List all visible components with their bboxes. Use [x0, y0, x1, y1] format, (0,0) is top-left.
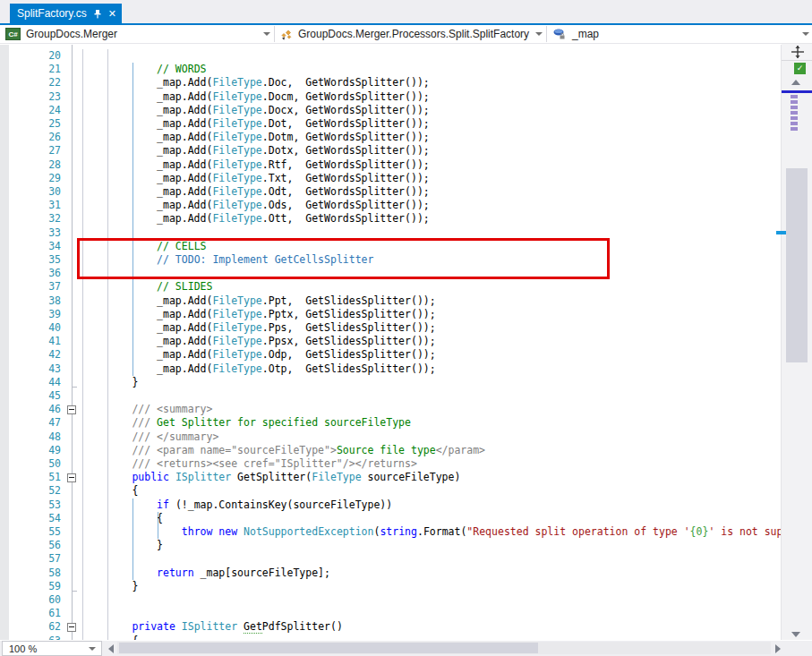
- code-line[interactable]: 23 _map.Add(FileType.Docm, GetWordsSplit…: [0, 90, 781, 104]
- code-line[interactable]: 47 /// Get Splitter for specified source…: [0, 416, 781, 430]
- tab-splitfactory[interactable]: SplitFactory.cs ✕: [10, 4, 122, 23]
- type-dropdown[interactable]: GroupDocs.Merger.Processors.Split.SplitF…: [275, 25, 551, 43]
- code-text[interactable]: _map.Add(FileType.Pptx, GetSlidesSplitte…: [82, 308, 436, 321]
- code-text[interactable]: }: [82, 539, 163, 552]
- code-line[interactable]: 57: [0, 552, 781, 566]
- code-text[interactable]: // WORDS: [82, 63, 206, 76]
- chevron-down-icon[interactable]: [263, 32, 270, 36]
- pin-icon[interactable]: [93, 9, 102, 19]
- close-icon[interactable]: ✕: [108, 9, 116, 19]
- code-line[interactable]: 25 _map.Add(FileType.Dot, GetWordsSplitt…: [0, 117, 781, 131]
- code-text[interactable]: _map.Add(FileType.Dot, GetWordsSplitter(…: [82, 117, 430, 131]
- code-text[interactable]: _map.Add(FileType.Odt, GetWordsSplitter(…: [82, 185, 430, 199]
- code-line[interactable]: 26 _map.Add(FileType.Dotm, GetWordsSplit…: [0, 131, 781, 144]
- code-text[interactable]: {: [82, 512, 163, 525]
- code-text[interactable]: }: [82, 580, 138, 593]
- code-text[interactable]: _map.Add(FileType.Txt, GetWordsSplitter(…: [82, 172, 430, 185]
- code-line[interactable]: 62 private ISplitter GetPdfSplitter(): [0, 620, 781, 634]
- code-text[interactable]: _map.Add(FileType.Pps, GetSlidesSplitter…: [82, 321, 436, 335]
- code-text[interactable]: _map.Add(FileType.Dotx, GetWordsSplitter…: [82, 144, 430, 158]
- chevron-down-icon[interactable]: [535, 32, 543, 36]
- code-text[interactable]: }: [82, 376, 138, 389]
- code-text[interactable]: _map.Add(FileType.Odp, GetSlidesSplitter…: [82, 348, 436, 362]
- split-editor-handle[interactable]: [782, 44, 812, 61]
- code-line[interactable]: 54 {: [0, 512, 781, 525]
- project-dropdown[interactable]: C# GroupDocs.Merger: [0, 25, 279, 43]
- code-text[interactable]: _map.Add(FileType.Dotm, GetWordsSplitter…: [82, 131, 430, 144]
- code-line[interactable]: 22 _map.Add(FileType.Doc, GetWordsSplitt…: [0, 76, 781, 89]
- code-line[interactable]: 31 _map.Add(FileType.Ods, GetWordsSplitt…: [0, 199, 781, 212]
- horizontal-scrollbar-thumb[interactable]: [119, 643, 538, 653]
- code-health-indicator-icon[interactable]: ✓: [794, 63, 806, 74]
- code-line[interactable]: 50 /// <returns><see cref="ISplitter"/><…: [0, 457, 781, 471]
- code-line[interactable]: 59 }: [0, 580, 781, 593]
- code-line[interactable]: 63 {: [0, 635, 781, 640]
- code-line[interactable]: 27 _map.Add(FileType.Dotx, GetWordsSplit…: [0, 144, 781, 158]
- code-text[interactable]: public ISplitter GetSplitter(FileType so…: [82, 471, 460, 484]
- code-line[interactable]: 51 public ISplitter GetSplitter(FileType…: [0, 471, 781, 484]
- code-text[interactable]: private ISplitter GetPdfSplitter(): [82, 620, 343, 634]
- code-text[interactable]: _map.Add(FileType.Ppsx, GetSlidesSplitte…: [82, 335, 436, 348]
- code-line[interactable]: 42 _map.Add(FileType.Odp, GetSlidesSplit…: [0, 348, 781, 362]
- code-line[interactable]: 41 _map.Add(FileType.Ppsx, GetSlidesSpli…: [0, 335, 781, 348]
- member-dropdown[interactable]: _map: [547, 25, 812, 43]
- code-line[interactable]: 37 // SLIDES: [0, 280, 781, 294]
- code-line[interactable]: 21 // WORDS: [0, 63, 781, 76]
- code-text[interactable]: _map.Add(FileType.Doc, GetWordsSplitter(…: [82, 76, 430, 89]
- code-text[interactable]: {: [82, 635, 138, 640]
- scroll-up-arrow[interactable]: [791, 80, 800, 85]
- code-text[interactable]: if (!_map.ContainsKey(sourceFileType)): [82, 498, 392, 512]
- code-line[interactable]: 45: [0, 389, 781, 403]
- code-line[interactable]: 58 return _map[sourceFileType];: [0, 567, 781, 580]
- editor[interactable]: 2021 // WORDS22 _map.Add(FileType.Doc, G…: [0, 45, 781, 640]
- code-line[interactable]: 48 /// </summary>: [0, 430, 781, 444]
- zoom-dropdown[interactable]: 100 %: [2, 641, 102, 656]
- code-line[interactable]: 30 _map.Add(FileType.Odt, GetWordsSplitt…: [0, 185, 781, 199]
- code-text[interactable]: throw new NotSupportedException(string.F…: [82, 525, 781, 539]
- code-text[interactable]: _map.Add(FileType.Ods, GetWordsSplitter(…: [82, 199, 430, 212]
- vertical-scrollbar-thumb[interactable]: [786, 168, 808, 362]
- code-line[interactable]: 49 /// <param name="sourceFileType">Sour…: [0, 444, 781, 457]
- code-line[interactable]: 61: [0, 607, 781, 620]
- code-line[interactable]: 56 }: [0, 539, 781, 552]
- fold-collapse-button[interactable]: [67, 473, 76, 482]
- scroll-left-arrow[interactable]: [108, 644, 114, 653]
- fold-collapse-button[interactable]: [67, 623, 76, 632]
- code-line[interactable]: 32 _map.Add(FileType.Ott, GetWordsSplitt…: [0, 212, 781, 226]
- scroll-down-arrow[interactable]: [791, 632, 800, 637]
- code-line[interactable]: 53 if (!_map.ContainsKey(sourceFileType)…: [0, 498, 781, 512]
- code-line[interactable]: 20: [0, 49, 781, 63]
- code-text[interactable]: /// <param name="sourceFileType">Source …: [82, 444, 485, 457]
- code-text[interactable]: _map.Add(FileType.Ppt, GetSlidesSplitter…: [82, 294, 436, 308]
- code-line[interactable]: 46 /// <summary>: [0, 403, 781, 416]
- code-text[interactable]: /// Get Splitter for specified sourceFil…: [82, 416, 411, 430]
- code-line[interactable]: 52 {: [0, 484, 781, 498]
- code-line[interactable]: 44 }: [0, 376, 781, 389]
- code-line[interactable]: 24 _map.Add(FileType.Docx, GetWordsSplit…: [0, 104, 781, 117]
- code-line[interactable]: 29 _map.Add(FileType.Txt, GetWordsSplitt…: [0, 172, 781, 185]
- code-line[interactable]: 43 _map.Add(FileType.Otp, GetSlidesSplit…: [0, 362, 781, 376]
- code-text[interactable]: /// <summary>: [82, 403, 212, 416]
- code-text[interactable]: /// <returns><see cref="ISplitter"/></re…: [82, 457, 417, 471]
- chevron-down-icon[interactable]: [802, 32, 809, 36]
- scroll-right-arrow[interactable]: [775, 644, 781, 653]
- code-text[interactable]: /// </summary>: [82, 430, 218, 444]
- code-line[interactable]: 28 _map.Add(FileType.Rtf, GetWordsSplitt…: [0, 158, 781, 172]
- code-line[interactable]: 60: [0, 593, 781, 607]
- code-line[interactable]: 40 _map.Add(FileType.Pps, GetSlidesSplit…: [0, 321, 781, 335]
- code-line[interactable]: 39 _map.Add(FileType.Pptx, GetSlidesSpli…: [0, 308, 781, 321]
- code-line[interactable]: 55 throw new NotSupportedException(strin…: [0, 525, 781, 539]
- code-text[interactable]: _map.Add(FileType.Ott, GetWordsSplitter(…: [82, 212, 430, 226]
- code-text[interactable]: {: [82, 484, 138, 498]
- code-text[interactable]: return _map[sourceFileType];: [82, 567, 330, 580]
- horizontal-scrollbar[interactable]: [117, 642, 771, 654]
- fold-collapse-button[interactable]: [67, 405, 76, 414]
- code-text[interactable]: _map.Add(FileType.Docx, GetWordsSplitter…: [82, 104, 430, 117]
- code-text[interactable]: _map.Add(FileType.Otp, GetSlidesSplitter…: [82, 362, 436, 376]
- code-text[interactable]: // SLIDES: [82, 280, 212, 294]
- code-text[interactable]: _map.Add(FileType.Docm, GetWordsSplitter…: [82, 90, 430, 104]
- code-line[interactable]: 38 _map.Add(FileType.Ppt, GetSlidesSplit…: [0, 294, 781, 308]
- chevron-down-icon[interactable]: [89, 647, 96, 651]
- code-text[interactable]: _map.Add(FileType.Rtf, GetWordsSplitter(…: [82, 158, 430, 172]
- vertical-scrollbar[interactable]: ✓: [781, 45, 812, 640]
